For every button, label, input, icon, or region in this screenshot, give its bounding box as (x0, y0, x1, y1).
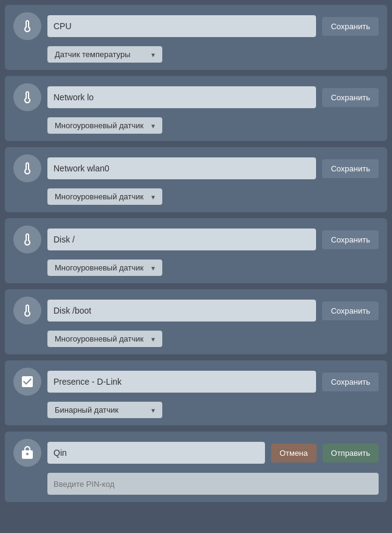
sensor-name-input[interactable] (47, 15, 316, 37)
sensor-type-dropdown[interactable]: Датчик температурыМногоуровневый датчикБ… (47, 260, 162, 276)
sensor-type-dropdown[interactable]: Датчик температурыМногоуровневый датчикБ… (47, 331, 162, 347)
thermometer-icon (13, 154, 41, 182)
save-button[interactable]: Сохранить (322, 88, 379, 107)
sensor-name-input[interactable] (47, 229, 316, 250)
thermometer-icon (13, 225, 41, 253)
sensor-type-dropdown[interactable]: Датчик температурыМногоуровневый датчикБ… (47, 188, 162, 205)
card-disk_root: Сохранить Датчик температурыМногоуровнев… (5, 218, 387, 283)
card-network_wlan0: Сохранить Датчик температурыМногоуровнев… (5, 147, 387, 212)
checkbox-icon (13, 368, 41, 396)
card-disk_boot: Сохранить Датчик температурыМногоуровнев… (5, 289, 387, 354)
thermometer-icon (13, 83, 41, 111)
pin-input[interactable] (47, 473, 379, 495)
lock-icon (13, 439, 41, 467)
sensor-name-input[interactable] (47, 86, 316, 108)
thermometer-icon (13, 297, 41, 325)
send-button[interactable]: Отправить (323, 444, 379, 463)
sensor-name-input[interactable] (47, 371, 316, 393)
sensor-name-input[interactable] (47, 300, 316, 322)
sensor-type-dropdown[interactable]: Датчик температурыМногоуровневый датчикБ… (47, 402, 162, 418)
save-button[interactable]: Сохранить (322, 230, 379, 249)
sensor-type-dropdown[interactable]: Датчик температурыМногоуровневый датчикБ… (47, 117, 162, 134)
save-button[interactable]: Сохранить (322, 373, 379, 391)
sensor-type-dropdown[interactable]: Датчик температурыМногоуровневый датчикБ… (47, 46, 162, 63)
pin-card-name: Qin (47, 442, 265, 464)
card-network_lo: Сохранить Датчик температурыМногоуровнев… (5, 76, 387, 141)
save-button[interactable]: Сохранить (322, 17, 379, 36)
card-cpu: Сохранить Датчик температурыМногоуровнев… (5, 5, 387, 70)
cancel-button[interactable]: Отмена (271, 444, 317, 463)
thermometer-icon (13, 12, 41, 40)
pin-card: Qin Отмена Отправить (5, 432, 387, 502)
sensor-name-input[interactable] (47, 157, 316, 179)
save-button[interactable]: Сохранить (322, 301, 379, 320)
card-presence_dlink: Сохранить Датчик температурыМногоуровнев… (5, 360, 387, 425)
save-button[interactable]: Сохранить (322, 159, 379, 178)
